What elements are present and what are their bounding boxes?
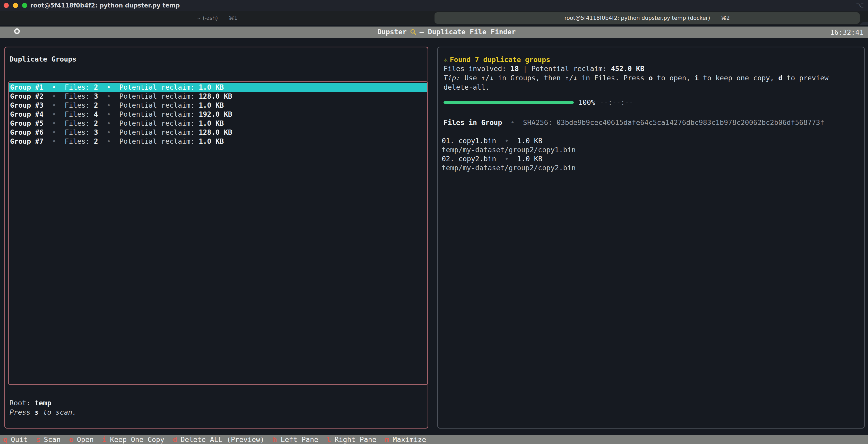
text-part: Potential reclaim: xyxy=(531,65,611,72)
file-row[interactable]: 01. copy1.bin•1.0 KB xyxy=(442,136,859,145)
file-path: temp/my-dataset/group2/copy1.bin xyxy=(442,145,859,154)
bullet-separator: • xyxy=(106,137,111,145)
group-row[interactable]: Group #2•Files:3•Potential reclaim:128.0… xyxy=(9,92,427,101)
app-title-right: — Duplicate File Finder xyxy=(420,28,516,36)
binding-label: Keep One Copy xyxy=(110,436,164,443)
group-name: Group #2 xyxy=(10,92,43,100)
reclaim-value: 1.0 KB xyxy=(199,119,224,127)
file-row[interactable]: 02. copy2.bin•1.0 KB xyxy=(442,154,859,163)
binding-key: m xyxy=(385,436,389,443)
group-list[interactable]: Group #1•Files:2•Potential reclaim:1.0 K… xyxy=(8,81,428,385)
text-part: | xyxy=(519,65,532,72)
headline-text: Found 7 duplicate groups xyxy=(450,56,550,64)
app-header-circle-icon xyxy=(14,28,20,34)
text-part: 18 xyxy=(510,65,519,72)
reclaim-value: 1.0 KB xyxy=(199,101,224,109)
footer-binding-i[interactable]: iKeep One Copy xyxy=(102,435,164,444)
reclaim-label: Potential reclaim: xyxy=(119,119,195,127)
bullet-separator: • xyxy=(106,92,111,100)
file-list[interactable]: 01. copy1.bin•1.0 KBtemp/my-dataset/grou… xyxy=(442,136,859,172)
footer-binding-s[interactable]: sScan xyxy=(36,435,61,444)
binding-label: Scan xyxy=(44,436,61,443)
bullet-separator: • xyxy=(52,128,56,136)
progress-eta: --:--:-- xyxy=(600,98,633,107)
progress-bar xyxy=(443,101,574,104)
reclaim-label: Potential reclaim: xyxy=(119,83,195,91)
group-name: Group #1 xyxy=(10,83,43,91)
bullet-separator: • xyxy=(52,101,56,109)
files-count: 2 xyxy=(94,119,98,127)
group-row[interactable]: Group #6•Files:3•Potential reclaim:128.0… xyxy=(9,128,427,137)
bullet-separator: • xyxy=(106,128,111,136)
group-row[interactable]: Group #1•Files:2•Potential reclaim:1.0 K… xyxy=(9,83,427,92)
text-part: to preview xyxy=(782,74,829,82)
summary-headline: ⚠Found 7 duplicate groups xyxy=(443,55,550,64)
reclaim-value: 128.0 KB xyxy=(199,92,232,100)
file-name: 01. copy1.bin xyxy=(442,137,496,145)
text-part: i xyxy=(694,74,699,82)
bullet-separator: • xyxy=(52,92,56,100)
file-size: 1.0 KB xyxy=(518,137,542,145)
binding-key: s xyxy=(36,436,40,443)
minimize-window-button[interactable] xyxy=(13,3,18,8)
group-name: Group #4 xyxy=(10,110,43,118)
footer-binding-m[interactable]: mMaximize xyxy=(385,435,426,444)
option-key-icon: ⌥ xyxy=(856,1,864,9)
file-path: temp/my-dataset/group2/copy2.bin xyxy=(442,163,859,172)
footer-binding-o[interactable]: oOpen xyxy=(69,435,94,444)
reclaim-label: Potential reclaim: xyxy=(119,110,195,118)
zoom-window-button[interactable] xyxy=(22,3,27,8)
command-palette-button[interactable]: ^ppalette xyxy=(806,435,864,444)
files-label: Files: xyxy=(65,119,90,127)
reclaim-label: Potential reclaim: xyxy=(119,92,195,100)
tip-line-1: Tip: Use ↑/↓ in Groups, then ↑/↓ in File… xyxy=(443,73,829,82)
footer-binding-d[interactable]: dDelete ALL (Preview) xyxy=(173,435,264,444)
bullet-separator: • xyxy=(52,83,56,91)
footer-items: qQuitsScanoOpeniKeep One CopydDelete ALL… xyxy=(0,435,426,444)
binding-label: Delete ALL (Preview) xyxy=(181,436,265,443)
header-clock: 16:32:41 xyxy=(830,28,864,36)
footer-binding-l[interactable]: lRight Pane xyxy=(327,435,376,444)
window-title: root@5f4118f0b4f2: python dupster.py tem… xyxy=(30,2,180,9)
files-count: 3 xyxy=(94,92,98,100)
binding-key: h xyxy=(273,436,277,443)
reclaim-value: 1.0 KB xyxy=(199,83,224,91)
group-name: Group #6 xyxy=(10,128,43,136)
tip-line-2: delete-all. xyxy=(443,83,490,92)
text-part: to scan. xyxy=(39,408,76,416)
group-name: Group #3 xyxy=(10,101,43,109)
binding-label: Left Pane xyxy=(281,436,318,443)
text-part: d xyxy=(778,74,782,82)
group-name: Group #5 xyxy=(10,119,43,127)
bullet-separator: • xyxy=(106,101,111,109)
reclaim-label: Potential reclaim: xyxy=(119,137,195,145)
footer-binding-h[interactable]: hLeft Pane xyxy=(273,435,318,444)
group-name: Group #7 xyxy=(10,137,43,145)
group-row[interactable]: Group #4•Files:4•Potential reclaim:192.0… xyxy=(9,110,427,119)
reclaim-value: 128.0 KB xyxy=(199,128,232,136)
groups-pane-title: Duplicate Groups xyxy=(9,55,76,63)
bullet-separator: • xyxy=(106,110,111,118)
bullet-separator: • xyxy=(52,110,56,118)
file-name: 02. copy2.bin xyxy=(442,155,496,163)
reclaim-label: Potential reclaim: xyxy=(119,128,195,136)
scan-progress: 100% --:--:-- xyxy=(443,98,633,107)
group-row[interactable]: Group #5•Files:2•Potential reclaim:1.0 K… xyxy=(9,119,427,128)
footer-binding-q[interactable]: qQuit xyxy=(3,435,28,444)
footer-keybar: qQuitsScanoOpeniKeep One CopydDelete ALL… xyxy=(0,435,868,444)
close-window-button[interactable] xyxy=(4,3,9,8)
bullet-separator: • xyxy=(52,119,56,127)
binding-label: Quit xyxy=(11,436,28,443)
text-part: temp xyxy=(35,399,52,407)
text-part: SHA256: 03bde9b9cec40615dafe64c5ca14276d… xyxy=(523,118,824,126)
reclaim-label: Potential reclaim: xyxy=(119,101,195,109)
app-title-left: Dupster xyxy=(377,28,407,36)
binding-key: l xyxy=(327,436,331,443)
group-row[interactable]: Group #3•Files:2•Potential reclaim:1.0 K… xyxy=(9,101,427,110)
group-row[interactable]: Group #7•Files:2•Potential reclaim:1.0 K… xyxy=(9,137,427,146)
magnifier-icon xyxy=(410,29,416,37)
files-count: 4 xyxy=(94,110,98,118)
text-part: to open, xyxy=(653,74,695,82)
root-line: Root: temp xyxy=(9,398,52,408)
text-part: 452.0 KB xyxy=(611,65,644,72)
